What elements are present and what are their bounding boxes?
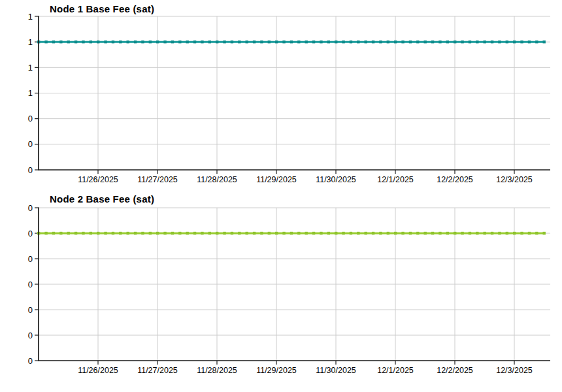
series-marker [186,41,189,43]
series-marker [342,41,344,43]
y-tick-label: 0 [28,331,33,340]
series-marker [208,232,211,235]
x-tick-label: 11/26/2025 [78,175,118,184]
series-marker [535,41,538,43]
series-marker [90,232,92,235]
x-tick-label: 11/28/2025 [197,366,237,375]
series-marker [394,41,397,43]
x-tick-label: 12/2/2025 [437,366,473,375]
series-marker [216,232,218,235]
series-marker [238,41,240,43]
series-marker [223,41,225,43]
series-marker [401,41,404,43]
y-tick-label: 1 [28,63,33,73]
series-marker [52,232,55,235]
series-marker [350,232,352,235]
series-marker [335,41,337,43]
series-marker [469,41,471,43]
series-marker [201,232,203,235]
series-marker [178,41,181,43]
series-marker [127,41,129,43]
series-marker [253,232,256,235]
series-marker [268,232,271,235]
y-tick-label: 0 [28,139,33,149]
series-marker [253,41,256,43]
series-marker [431,232,434,235]
series-marker [365,41,367,43]
series-marker [491,41,493,43]
series-marker [290,232,293,235]
y-tick-label: 0 [28,165,33,175]
x-tick-label: 11/29/2025 [256,366,297,375]
series-marker [119,232,122,235]
series-marker [193,232,196,235]
series-marker [275,232,278,235]
series-marker [290,41,293,43]
y-tick-label: 0 [28,203,33,213]
series-marker [350,41,352,43]
node1-chart-title: Node 1 Base Fee (sat) [50,3,154,14]
series-marker [171,41,174,43]
series-marker [438,41,441,43]
series-marker [520,232,523,235]
series-marker [171,232,174,235]
series-marker [163,41,166,43]
series-marker [431,41,434,43]
series-marker [104,232,107,235]
x-tick-label: 11/27/2025 [137,175,178,184]
series-marker [201,41,203,43]
series-marker [260,232,263,235]
series-marker [231,232,233,235]
y-tick-label: 1 [28,12,33,22]
series-marker [401,232,404,235]
series-marker [379,41,382,43]
series-marker [320,41,322,43]
series-marker [416,41,419,43]
series-marker [506,232,508,235]
series-marker [535,232,538,235]
series-marker [543,41,546,43]
series-marker [379,232,382,235]
x-tick-label: 11/26/2025 [78,366,118,375]
series-marker [357,232,359,235]
y-tick-label: 1 [28,88,33,98]
x-tick-label: 12/3/2025 [496,175,533,184]
series-marker [275,41,278,43]
series-marker [394,232,397,235]
y-tick-label: 0 [28,229,33,238]
series-marker [127,232,129,235]
series-marker [409,232,412,235]
series-marker [67,41,70,43]
series-marker [335,232,337,235]
series-marker [104,41,107,43]
series-marker [424,232,427,235]
series-marker [506,41,508,43]
series-marker [112,232,114,235]
series-marker [312,41,315,43]
y-tick-label: 0 [28,114,33,123]
series-marker [297,232,300,235]
y-tick-label: 1 [28,37,33,47]
series-marker [156,232,159,235]
series-marker [134,41,137,43]
x-tick-label: 12/1/2025 [377,175,414,184]
series-marker [365,232,367,235]
x-tick-label: 12/2/2025 [437,175,473,184]
x-tick-label: 12/1/2025 [377,366,414,375]
series-marker [476,41,478,43]
series-marker [446,232,449,235]
y-tick-label: 0 [28,280,33,289]
series-marker [446,41,449,43]
series-marker [44,232,47,235]
series-marker [268,41,271,43]
series-marker [297,41,300,43]
series-marker [484,232,486,235]
x-tick-label: 11/29/2025 [256,175,297,184]
series-marker [59,41,62,43]
series-marker [90,41,92,43]
series-marker [186,232,189,235]
series-marker [238,232,240,235]
series-marker [67,232,70,235]
series-marker [454,41,456,43]
series-marker [327,41,330,43]
